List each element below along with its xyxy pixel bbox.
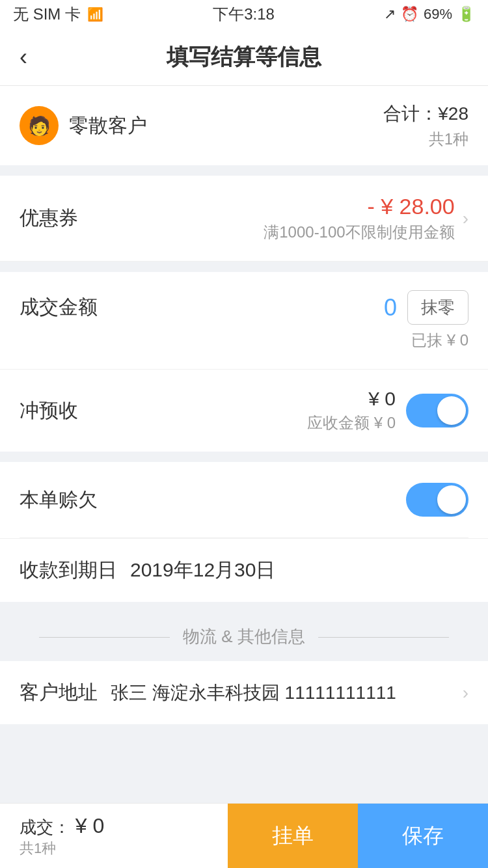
address-value: 张三 海淀永丰科技园 11111111111	[111, 681, 463, 705]
customer-total: 合计：¥28	[383, 102, 468, 126]
prereceive-right: ¥ 0 应收金额 ¥ 0	[307, 388, 468, 433]
carrier-label: 无 SIM 卡	[13, 4, 81, 25]
logistics-header-text: 物流 & 其他信息	[170, 625, 318, 648]
debt-row: 本单赊欠	[0, 462, 488, 537]
back-button[interactable]: ‹	[20, 44, 27, 71]
transaction-label: 成交金额	[20, 294, 98, 321]
round-zero-button[interactable]: 抹零	[407, 290, 468, 325]
transaction-row: 成交金额 0 抹零	[0, 272, 488, 325]
location-icon: ↗	[384, 6, 396, 23]
debt-section: 本单赊欠 收款到期日 2019年12月30日	[0, 462, 488, 602]
customer-name: 零散客户	[69, 113, 147, 139]
logistics-header: 物流 & 其他信息	[0, 612, 488, 661]
wifi-icon: 📶	[87, 7, 103, 22]
save-button[interactable]: 保存	[358, 804, 488, 869]
bottom-deal-label: 成交：	[20, 817, 70, 837]
bottom-left: 成交： ¥ 0 共1种	[0, 814, 228, 858]
transaction-right: 0 抹零	[384, 290, 468, 325]
bottom-deal-count: 共1种	[20, 839, 208, 858]
coupon-label: 优惠券	[20, 205, 78, 232]
transaction-value: 0	[384, 294, 397, 321]
coupon-value-area: - ¥ 28.00 满1000-100不限制使用金额	[264, 194, 454, 243]
prereceive-value: ¥ 0	[307, 388, 396, 410]
bottom-bar: 成交： ¥ 0 共1种 挂单 保存	[0, 803, 488, 868]
nav-bar: ‹ 填写结算等信息	[0, 29, 488, 86]
debt-toggle[interactable]	[406, 483, 468, 517]
prereceive-value-area: ¥ 0 应收金额 ¥ 0	[307, 388, 396, 433]
coupon-hint: 满1000-100不限制使用金额	[264, 222, 454, 243]
avatar-icon: 🧑	[28, 115, 51, 137]
address-chevron-icon: ›	[463, 683, 468, 703]
coupon-discount-value: - ¥ 28.00	[264, 194, 454, 219]
bottom-deal-value: ¥ 0	[75, 814, 104, 837]
hang-button[interactable]: 挂单	[228, 804, 358, 869]
bottom-deal-row: 成交： ¥ 0	[20, 814, 208, 839]
status-right: ↗ ⏰ 69% 🔋	[384, 6, 475, 23]
customer-left: 🧑 零散客户	[20, 106, 147, 145]
status-time: 下午3:18	[213, 4, 275, 25]
address-label: 客户地址	[20, 679, 98, 706]
battery-label: 69%	[424, 6, 452, 23]
address-section: 客户地址 张三 海淀永丰科技园 11111111111 ›	[0, 661, 488, 724]
page-title: 填写结算等信息	[167, 42, 321, 72]
prereceive-sub: 应收金额 ¥ 0	[307, 413, 396, 433]
transaction-section: 成交金额 0 抹零 已抹 ¥ 0 冲预收 ¥ 0 应收金额 ¥ 0	[0, 272, 488, 452]
prereceive-toggle[interactable]	[406, 394, 468, 427]
coupon-section: 优惠券 - ¥ 28.00 满1000-100不限制使用金额 ›	[0, 176, 488, 262]
debt-label: 本单赊欠	[20, 487, 98, 513]
duedate-value: 2019年12月30日	[130, 557, 275, 584]
coupon-row[interactable]: 优惠券 - ¥ 28.00 满1000-100不限制使用金额 ›	[0, 176, 488, 262]
customer-count: 共1种	[383, 129, 468, 150]
transaction-sub: 已抹 ¥ 0	[0, 325, 488, 369]
battery-icon: 🔋	[457, 6, 475, 23]
status-left: 无 SIM 卡 📶	[13, 4, 103, 25]
duedate-label: 收款到期日	[20, 557, 117, 584]
status-bar: 无 SIM 卡 📶 下午3:18 ↗ ⏰ 69% 🔋	[0, 0, 488, 29]
alarm-icon: ⏰	[401, 6, 418, 23]
coupon-right: - ¥ 28.00 满1000-100不限制使用金额 ›	[264, 194, 468, 243]
prereceive-row: 冲预收 ¥ 0 应收金额 ¥ 0	[0, 369, 488, 452]
duedate-row: 收款到期日 2019年12月30日	[0, 538, 488, 602]
customer-row: 🧑 零散客户 合计：¥28 共1种	[0, 86, 488, 165]
coupon-chevron-icon: ›	[463, 208, 468, 229]
address-row[interactable]: 客户地址 张三 海淀永丰科技园 11111111111 ›	[0, 661, 488, 724]
customer-right: 合计：¥28 共1种	[383, 102, 468, 150]
prereceive-label: 冲预收	[20, 398, 78, 424]
content-area: 🧑 零散客户 合计：¥28 共1种 优惠券 - ¥ 28.00 满1000-10…	[0, 86, 488, 813]
avatar: 🧑	[20, 106, 59, 145]
